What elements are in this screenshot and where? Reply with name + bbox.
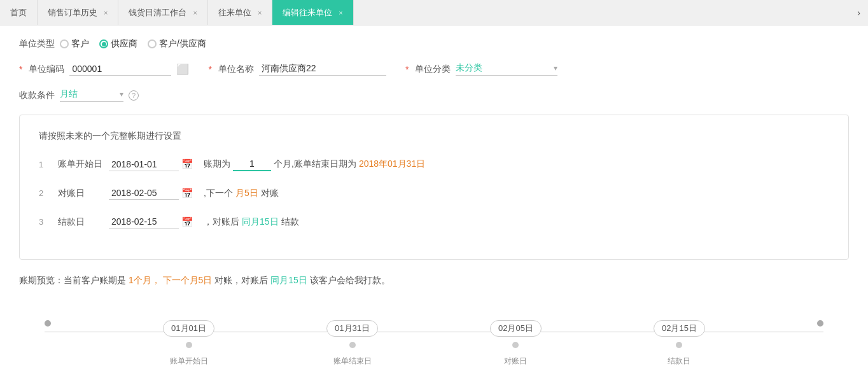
radio-both[interactable]: 客户/供应商 — [148, 38, 206, 50]
help-icon[interactable]: ? — [129, 90, 139, 101]
tab-bar: 首页 销售订单历史 × 钱货日清工作台 × 往来单位 × 编辑往来单位 × › — [0, 0, 868, 25]
preview-part5: 该客户会给我打款。 — [310, 275, 390, 285]
unit-code-field: * 单位编码 ⬜ — [19, 62, 189, 76]
timeline-badge-01-31: 01月31日 — [326, 320, 378, 337]
timeline-node-02-15: 02月15日 结款日 — [654, 320, 705, 367]
tab-edit-partner-label: 编辑往来单位 — [283, 7, 332, 18]
timeline-badge-02-15: 02月15日 — [654, 320, 705, 337]
radio-both-circle — [148, 39, 157, 48]
payment-terms-dropdown[interactable]: 月结 ▾ — [60, 88, 123, 102]
unit-name-label: 单位名称 — [218, 64, 254, 75]
preview-label: 账期预览：当前客户账期是 — [19, 275, 126, 285]
billing-start-calendar-icon[interactable]: 📅 — [181, 158, 193, 170]
main-content: 单位类型 客户 供应商 客户/供应商 — [0, 25, 868, 387]
reconcile-pre: ,下一个 — [204, 188, 233, 199]
row-1-num: 1 — [39, 160, 58, 169]
row-3-num: 3 — [39, 217, 58, 227]
radio-supplier[interactable]: 供应商 — [99, 38, 137, 50]
billing-end-date: 2018年01月31日 — [359, 158, 425, 170]
payment-date-input[interactable] — [109, 215, 179, 229]
timeline-node-start-dot — [45, 320, 51, 367]
billing-start-date-input[interactable] — [109, 158, 179, 171]
unit-name-field: * 单位名称 — [208, 62, 386, 76]
tab-partner-close[interactable]: × — [258, 9, 262, 17]
unit-type-row: 单位类型 客户 供应商 客户/供应商 — [19, 38, 849, 50]
radio-supplier-label: 供应商 — [111, 38, 137, 50]
tab-cash-work-label: 钱货日清工作台 — [129, 7, 186, 18]
tab-home-label: 首页 — [10, 7, 27, 18]
box-title: 请按照未来的一个完整帐期进行设置 — [39, 130, 829, 142]
unit-category-label: 单位分类 — [415, 64, 451, 75]
copy-icon[interactable]: ⬜ — [176, 63, 189, 75]
unit-category-value: 未分类 — [456, 62, 549, 74]
timeline-node-02-05: 02月05日 对账日 — [490, 320, 542, 367]
payment-terms-arrow-icon: ▾ — [120, 90, 123, 99]
unit-category-dropdown[interactable]: 未分类 ▾ — [456, 62, 557, 76]
unit-name-required: * — [208, 64, 211, 74]
timeline-section: 01月01日 账单开始日 01月31日 账单结束日 02月05日 对账日 02月… — [19, 307, 849, 379]
timeline-dot-02-15 — [676, 342, 682, 348]
reconcile-label: 对账日 — [58, 188, 109, 199]
tab-sales-history-close[interactable]: × — [104, 9, 108, 17]
timeline-dot-02-05 — [512, 342, 519, 348]
unit-category-arrow-icon: ▾ — [554, 64, 557, 73]
tab-sales-history-label: 销售订单历史 — [48, 7, 97, 18]
start-endpoint-dot — [45, 320, 51, 327]
preview-part1: 1个月， — [129, 275, 160, 285]
preview-part2: 下一个月5日 — [163, 275, 213, 285]
billing-start-label: 账单开始日 — [58, 158, 109, 170]
radio-customer-label: 客户 — [71, 38, 89, 50]
timeline-dot-01-01 — [186, 342, 192, 348]
tab-edit-partner-close[interactable]: × — [339, 9, 342, 17]
timeline-label-payment: 结款日 — [668, 356, 690, 367]
tab-cash-work-close[interactable]: × — [193, 9, 197, 17]
unit-category-field: * 单位分类 未分类 ▾ — [405, 62, 557, 76]
unit-code-label: 单位编码 — [29, 64, 64, 75]
timeline-badge-01-01: 01月01日 — [163, 320, 214, 337]
tab-sales-history[interactable]: 销售订单历史 × — [38, 0, 118, 25]
unit-type-label: 单位类型 — [19, 38, 55, 50]
tab-home[interactable]: 首页 — [0, 0, 38, 25]
preview-part3: 对账，对账后 — [214, 275, 268, 285]
timeline-node-01-01: 01月01日 账单开始日 — [163, 320, 214, 367]
timeline-label-billing-start: 账单开始日 — [170, 356, 208, 367]
timeline-node-01-31: 01月31日 账单结束日 — [326, 320, 378, 367]
billing-start-desc: 账期为 个月,账单结束日期为 2018年01月31日 — [204, 157, 425, 171]
tab-more-button[interactable]: › — [850, 0, 868, 25]
billing-period-suffix: 个月,账单结束日期为 — [274, 158, 356, 170]
tab-partner[interactable]: 往来单位 × — [208, 0, 272, 25]
timeline-dot-01-31 — [349, 342, 356, 348]
timeline-node-end-dot — [817, 320, 823, 367]
reconcile-calendar-icon[interactable]: 📅 — [181, 188, 193, 199]
billing-period-label: 账期为 — [204, 158, 230, 170]
unit-name-input[interactable] — [259, 62, 386, 76]
payment-highlight: 同月15日 — [242, 216, 279, 228]
chevron-right-icon: › — [857, 8, 860, 18]
row-2-num: 2 — [39, 188, 58, 198]
reconcile-highlight: 月5日 — [235, 188, 258, 199]
payment-terms-value: 月结 — [60, 88, 115, 100]
payment-terms-row: 收款条件 月结 ▾ ? — [19, 88, 849, 102]
reconcile-row: 2 对账日 📅 ,下一个 月5日 对账 — [39, 186, 829, 200]
tab-edit-partner[interactable]: 编辑往来单位 × — [272, 0, 353, 25]
payment-terms-label: 收款条件 — [19, 90, 55, 101]
reconcile-desc: ,下一个 月5日 对账 — [204, 188, 279, 199]
payment-suffix: 结款 — [281, 216, 299, 228]
payment-desc: ，对账后 同月15日 结款 — [204, 216, 299, 228]
tab-partner-label: 往来单位 — [218, 7, 251, 18]
tab-cash-work[interactable]: 钱货日清工作台 × — [118, 0, 207, 25]
payment-pre: ，对账后 — [204, 216, 239, 228]
timeline-label-reconcile: 对账日 — [504, 356, 527, 367]
unit-category-required: * — [405, 64, 409, 74]
timeline-label-billing-end: 账单结束日 — [333, 356, 372, 367]
unit-code-input[interactable] — [69, 62, 171, 76]
radio-customer[interactable]: 客户 — [60, 38, 89, 50]
radio-group-unit-type: 客户 供应商 客户/供应商 — [60, 38, 206, 50]
payment-terms-field: 收款条件 月结 ▾ ? — [19, 88, 139, 102]
end-endpoint-dot — [817, 320, 823, 327]
unit-type-field: 单位类型 客户 供应商 客户/供应商 — [19, 38, 206, 50]
reconcile-suffix: 对账 — [261, 188, 279, 199]
billing-period-num-input[interactable] — [233, 157, 271, 171]
reconcile-date-input[interactable] — [109, 186, 179, 200]
payment-calendar-icon[interactable]: 📅 — [181, 216, 193, 228]
